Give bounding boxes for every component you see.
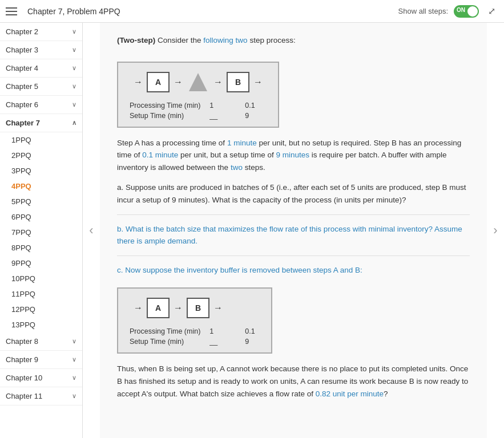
question-a: a. Suppose units are produced in batches…: [117, 181, 470, 206]
processing-time-a: 1: [205, 100, 222, 111]
sidebar-chapter-7[interactable]: Chapter 7 ∧: [0, 114, 82, 132]
show-steps-label: Show all steps:: [398, 7, 448, 15]
main-layout: Chapter 2 ∨ Chapter 3 ∨ Chapter 4 ∨ Chap…: [0, 23, 504, 438]
sidebar-chapter-5[interactable]: Chapter 5 ∨: [0, 78, 82, 96]
setup-time-a: __: [205, 111, 222, 121]
sidebar-problem-10ppq[interactable]: 10PPQ: [0, 271, 82, 286]
sidebar-problem-4ppq[interactable]: 4PPQ: [0, 179, 82, 194]
sidebar-problem-7ppq[interactable]: 7PPQ: [0, 225, 82, 240]
show-steps-toggle[interactable]: ON: [454, 5, 479, 18]
sidebar-problem-2ppq[interactable]: 2PPQ: [0, 148, 82, 163]
process-box-b2: B: [187, 298, 209, 318]
page-title: Chapter 7, Problem 4PPQ: [27, 7, 398, 16]
buffer-triangle: [189, 73, 207, 91]
processing-time-row: Processing Time (min) 1 0.1: [130, 100, 260, 111]
sidebar-problem-8ppq[interactable]: 8PPQ: [0, 240, 82, 256]
processing-time-b: 0.1: [222, 100, 259, 111]
sidebar-chapter-4-label: Chapter 4: [6, 64, 38, 72]
sidebar-chapter-2-label: Chapter 2: [6, 27, 38, 36]
sidebar-chapter-8-label: Chapter 8: [6, 337, 38, 346]
sidebar-chapter-2[interactable]: Chapter 2 ∨: [0, 23, 82, 41]
sidebar-chapter-6[interactable]: Chapter 6 ∨: [0, 96, 82, 114]
sidebar-chapter-3[interactable]: Chapter 3 ∨: [0, 41, 82, 59]
processing-time-label: Processing Time (min): [130, 100, 205, 111]
sidebar-problem-13ppq[interactable]: 13PPQ: [0, 317, 82, 332]
chevron-up-icon: ∧: [72, 119, 76, 127]
chevron-icon: ∨: [72, 101, 76, 108]
toggle-knob: [467, 6, 478, 17]
blue-9min: 9 minutes: [276, 151, 309, 159]
divider-2: [117, 256, 470, 256]
setup-time-label-2: Setup Time (min): [130, 336, 205, 347]
sidebar-problem-9ppq[interactable]: 9PPQ: [0, 256, 82, 271]
sidebar-chapter-3-label: Chapter 3: [6, 46, 38, 54]
arrow-d2-3: →: [209, 303, 227, 313]
sidebar-chapter-11-label: Chapter 11: [6, 392, 42, 400]
arrow-4: →: [249, 77, 267, 87]
two-step-label: (Two-step): [117, 36, 155, 44]
divider-1: [117, 214, 470, 215]
setup-time-b2: 9: [222, 336, 259, 347]
header-right: Show all steps: ON ⤢: [398, 5, 498, 18]
sidebar-problem-5ppq[interactable]: 5PPQ: [0, 194, 82, 209]
sidebar-chapter-10-label: Chapter 10: [6, 374, 42, 382]
sidebar-problem-1ppq[interactable]: 1PPQ: [0, 132, 82, 148]
setup-time-b: 9: [222, 111, 259, 121]
processing-time-b2: 0.1: [222, 326, 259, 336]
sidebar-problem-3ppq[interactable]: 3PPQ: [0, 163, 82, 179]
toggle-switch[interactable]: ON: [454, 5, 479, 18]
expand-icon[interactable]: ⤢: [485, 5, 498, 18]
content-wrapper: ‹ (Two-step) (Two-step) Consider the fol…: [83, 23, 504, 438]
sidebar-chapter-4[interactable]: Chapter 4 ∨: [0, 59, 82, 78]
chevron-icon: ∨: [72, 46, 76, 54]
sidebar-chapter-9-label: Chapter 9: [6, 355, 38, 364]
process-box-a: A: [147, 72, 170, 92]
intro-text: (Two-step) (Two-step) Consider the follo…: [117, 34, 470, 47]
content-area: (Two-step) (Two-step) Consider the follo…: [100, 23, 487, 438]
app-header: Chapter 7, Problem 4PPQ Show all steps: …: [0, 0, 504, 23]
sidebar-chapter-8[interactable]: Chapter 8 ∨: [0, 332, 82, 351]
sidebar-chapter-11[interactable]: Chapter 11 ∨: [0, 387, 82, 405]
setup-time-row-2: Setup Time (min) __ 9: [130, 336, 260, 347]
two-text: two: [236, 36, 248, 44]
sidebar-chapter-6-label: Chapter 6: [6, 100, 38, 109]
setup-time-a2: __: [205, 336, 222, 347]
sidebar-chapter-9[interactable]: Chapter 9 ∨: [0, 351, 82, 369]
chevron-icon: ∨: [72, 83, 76, 90]
chevron-icon: ∨: [72, 356, 76, 363]
diagram-1-table: Processing Time (min) 1 0.1 Setup Time (…: [130, 100, 260, 121]
sidebar-problem-6ppq[interactable]: 6PPQ: [0, 209, 82, 225]
diagram-1: → A → → B → Processing Time (min) 1 0.1: [117, 62, 279, 128]
processing-time-row-2: Processing Time (min) 1 0.1: [130, 326, 260, 336]
sidebar-problem-11ppq[interactable]: 11PPQ: [0, 286, 82, 302]
arrow-d2-2: →: [170, 303, 187, 313]
chevron-icon: ∨: [72, 64, 76, 72]
processing-time-label-2: Processing Time (min): [130, 326, 205, 336]
blue-1min: 1 minute: [227, 139, 257, 147]
chevron-icon: ∨: [72, 28, 76, 35]
diagram-1-row: → A → → B →: [130, 72, 267, 92]
prev-arrow[interactable]: ‹: [83, 23, 100, 438]
chevron-icon: ∨: [72, 392, 76, 400]
sidebar-problem-12ppq[interactable]: 12PPQ: [0, 302, 82, 317]
question-c: c. Now suppose the inventory buffer is r…: [117, 264, 470, 277]
arrow-1: →: [130, 77, 147, 87]
arrow-3: →: [209, 77, 227, 87]
processing-time-a2: 1: [205, 326, 222, 336]
paragraph-1: Step A has a processing time of 1 minute…: [117, 137, 470, 174]
diagram-2: → A → B → Processing Time (min) 1 0.1 Se…: [117, 287, 272, 354]
arrow-2: →: [170, 77, 187, 87]
chevron-icon: ∨: [72, 374, 76, 382]
menu-icon[interactable]: [6, 3, 22, 19]
sidebar-chapter-7-label: Chapter 7: [6, 119, 40, 127]
following-text: following: [203, 36, 233, 44]
paragraph-2: Thus, when B is being set up, A cannot w…: [117, 363, 470, 400]
setup-time-row: Setup Time (min) __ 9: [130, 111, 260, 121]
arrow-d2-1: →: [130, 303, 147, 313]
sidebar: Chapter 2 ∨ Chapter 3 ∨ Chapter 4 ∨ Chap…: [0, 23, 83, 438]
next-arrow[interactable]: ›: [487, 23, 504, 438]
process-box-b: B: [227, 72, 249, 92]
setup-time-label: Setup Time (min): [130, 111, 205, 121]
sidebar-chapter-10[interactable]: Chapter 10 ∨: [0, 369, 82, 387]
blue-01: 0.1 minute: [142, 151, 178, 159]
